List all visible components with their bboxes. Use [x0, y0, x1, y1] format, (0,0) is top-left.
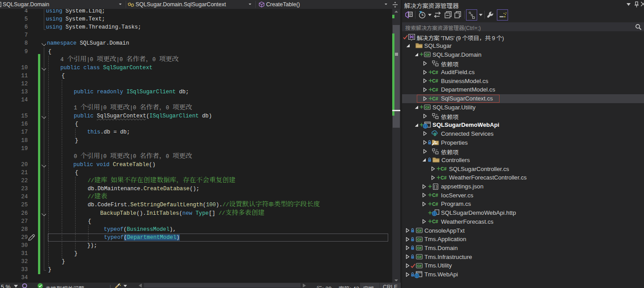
- svg-text:C#: C#: [432, 201, 438, 207]
- svg-text:{ }: { }: [434, 184, 437, 189]
- svg-text:C#: C#: [432, 87, 438, 92]
- svg-text:C#: C#: [432, 192, 438, 198]
- svg-text:C#: C#: [432, 78, 438, 83]
- svg-text:C#: C#: [441, 166, 447, 171]
- svg-text:C#: C#: [441, 175, 447, 180]
- svg-text:C#: C#: [417, 229, 421, 233]
- svg-text:C#: C#: [417, 238, 421, 242]
- svg-text:C#: C#: [432, 70, 438, 75]
- svg-text:C#: C#: [432, 219, 438, 224]
- svg-text:C#: C#: [425, 53, 429, 57]
- svg-text:C#: C#: [417, 246, 421, 250]
- svg-text:C#: C#: [417, 264, 421, 268]
- svg-text:C#: C#: [425, 105, 429, 109]
- svg-text:C#: C#: [417, 255, 421, 259]
